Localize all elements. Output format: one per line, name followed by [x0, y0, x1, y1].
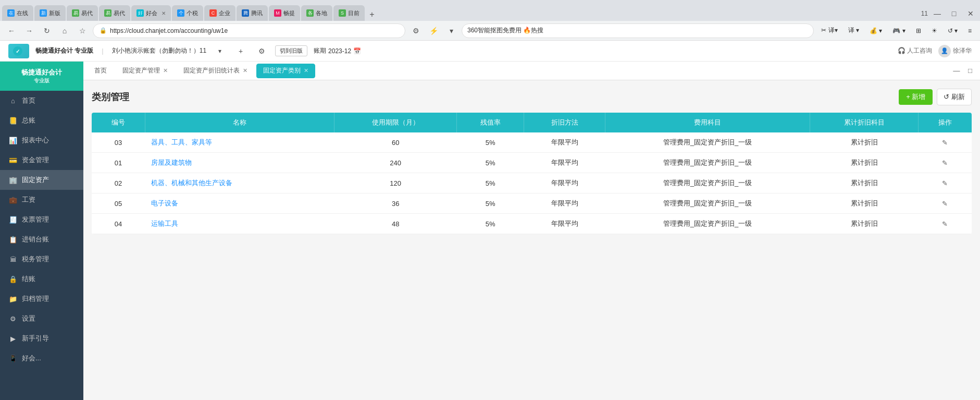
browser-tab-8[interactable]: M 畅提	[269, 5, 300, 21]
address-text: https://cloud.chanjet.com/accounting/uw1…	[110, 27, 228, 34]
browser-tab-2[interactable]: 易 易代	[67, 5, 98, 21]
sidebar-item-invoice[interactable]: 🧾 发票管理	[0, 210, 83, 229]
history-action[interactable]: ↺ ▾	[944, 23, 962, 38]
sidebar-label-close-account: 结账	[22, 274, 35, 284]
back-button[interactable]: ←	[4, 23, 19, 38]
browser-tab-10[interactable]: S 目前	[333, 5, 365, 21]
cell-rate-1: 5%	[456, 153, 524, 173]
sidebar-item-salary[interactable]: 💼 工资	[0, 190, 83, 210]
browser-tab-9[interactable]: 各 各地	[301, 5, 332, 21]
browser-tab-label-10: 目前	[348, 9, 359, 17]
svg-text:✓: ✓	[16, 49, 20, 54]
content-tab-3[interactable]: 固定资产类别 ✕	[256, 64, 315, 78]
tab-minimize-button[interactable]: —	[951, 65, 962, 77]
refresh-button[interactable]: ↺ 刷新	[937, 89, 972, 105]
cell-edit-0[interactable]: ✎	[919, 132, 972, 153]
sidebar-item-archive[interactable]: 📁 归档管理	[0, 289, 83, 309]
coin-action[interactable]: 💰 ▾	[865, 23, 886, 38]
edit-icon-4[interactable]: ✎	[942, 220, 948, 228]
sidebar-item-app[interactable]: 📱 好会...	[0, 348, 83, 368]
forward-button[interactable]: →	[22, 23, 36, 38]
page-title: 类别管理	[92, 91, 129, 103]
cell-name-1[interactable]: 房屋及建筑物	[145, 153, 334, 173]
sidebar-item-settings[interactable]: ⚙ 设置	[0, 309, 83, 329]
edit-icon-3[interactable]: ✎	[942, 200, 948, 208]
sidebar-item-home[interactable]: ⌂ 首页	[0, 91, 83, 111]
cell-name-0[interactable]: 器具、工具、家具等	[145, 132, 334, 153]
cell-name-2[interactable]: 机器、机械和其他生产设备	[145, 173, 334, 193]
switch-version-button[interactable]: 切到旧版	[275, 45, 307, 56]
sidebar-item-guide[interactable]: ▶ 新手引导	[0, 329, 83, 348]
edit-icon-0[interactable]: ✎	[942, 139, 948, 147]
browser-tab-5[interactable]: 个 个税	[172, 5, 203, 21]
sidebar-label-guide: 新手引导	[22, 334, 49, 343]
cell-name-4[interactable]: 运输工具	[145, 214, 334, 234]
sidebar-item-stock[interactable]: 📋 进销台账	[0, 229, 83, 249]
content-tab-0[interactable]: 首页	[88, 64, 114, 78]
company-settings-button[interactable]: ⚙	[254, 44, 269, 58]
sidebar-item-tax[interactable]: 🏛 税务管理	[0, 249, 83, 269]
close-account-icon: 🔒	[8, 274, 18, 284]
company-dropdown-button[interactable]: ▾	[213, 44, 227, 58]
table-row: 02 机器、机械和其他生产设备 120 5% 年限平均 管理费用_固定资产折旧_…	[92, 173, 972, 193]
translate-action[interactable]: 译 ▾	[844, 23, 863, 38]
content-tab-close-1[interactable]: ✕	[163, 67, 168, 74]
cell-edit-1[interactable]: ✎	[919, 153, 972, 173]
cell-rate-4: 5%	[456, 214, 524, 234]
user-info[interactable]: 👤 徐泽华	[938, 45, 972, 57]
home-button[interactable]: ⌂	[57, 23, 72, 38]
reload-button[interactable]: ↻	[40, 23, 54, 38]
close-browser-button[interactable]: ✕	[963, 6, 978, 21]
col-accum: 累计折旧科目	[810, 113, 919, 132]
content-tab-close-3[interactable]: ✕	[304, 67, 308, 74]
cell-edit-3[interactable]: ✎	[919, 193, 972, 214]
browser-tab-6[interactable]: C 企业	[204, 5, 235, 21]
grid-action[interactable]: ⊞	[912, 23, 925, 38]
cell-months-4: 48	[334, 214, 457, 234]
tab-icon-10: S	[339, 9, 346, 17]
salary-icon: 💼	[8, 195, 18, 204]
new-tab-button[interactable]: +	[366, 8, 378, 21]
bookmark-button[interactable]: ☆	[75, 23, 90, 38]
tab-icon-9: 各	[306, 9, 314, 17]
calendar-icon[interactable]: 📅	[353, 47, 361, 55]
content-tab-2[interactable]: 固定资产折旧统计表 ✕	[177, 64, 254, 78]
tab-maximize-button[interactable]: □	[964, 65, 976, 77]
lightning-icon[interactable]: ⚡	[426, 23, 441, 38]
add-category-button[interactable]: + 新增	[899, 89, 933, 105]
edit-icon-1[interactable]: ✎	[942, 159, 948, 167]
content-tab-label-2: 固定资产折旧统计表	[183, 66, 240, 75]
content-tab-1[interactable]: 固定资产管理 ✕	[116, 64, 175, 78]
content-tab-close-2[interactable]: ✕	[243, 67, 247, 74]
sidebar-label-salary: 工资	[22, 195, 35, 204]
cell-name-3[interactable]: 电子设备	[145, 193, 334, 214]
address-bar[interactable]: 🔒 https://cloud.chanjet.com/accounting/u…	[93, 23, 405, 38]
sidebar-item-asset[interactable]: 🏢 固定资产	[0, 170, 83, 190]
cut-action[interactable]: ✂ 译▾	[817, 23, 841, 38]
more-action[interactable]: ≡	[964, 23, 976, 38]
add-company-button[interactable]: +	[233, 44, 248, 58]
edit-icon-2[interactable]: ✎	[942, 179, 948, 187]
cell-accum-0: 累计折旧	[810, 132, 919, 153]
browser-tab-4[interactable]: 好 好会 ✕	[131, 5, 171, 21]
sidebar-item-ledger[interactable]: 📒 总账	[0, 111, 83, 130]
browser-search-bar[interactable]: 360智能抠图免费用 🔥热搜	[462, 23, 814, 38]
sidebar-item-report[interactable]: 📊 报表中心	[0, 130, 83, 150]
minimize-button[interactable]: —	[930, 6, 945, 21]
cell-edit-4[interactable]: ✎	[919, 214, 972, 234]
browser-tab-0[interactable]: 在 在线	[2, 5, 33, 21]
tab-close-4[interactable]: ✕	[162, 10, 166, 16]
cell-edit-2[interactable]: ✎	[919, 173, 972, 193]
sun-action[interactable]: ☀	[927, 23, 941, 38]
ai-consult[interactable]: 🎧 人工咨询	[898, 46, 932, 55]
game-action[interactable]: 🎮 ▾	[888, 23, 909, 38]
cell-expense-3: 管理费用_固定资产折旧_一级	[605, 193, 810, 214]
settings-icon[interactable]: ⚙	[408, 23, 423, 38]
dropdown-button[interactable]: ▾	[444, 23, 458, 38]
browser-tab-3[interactable]: 易 易代	[99, 5, 130, 21]
sidebar-item-money[interactable]: 💳 资金管理	[0, 150, 83, 170]
browser-tab-7[interactable]: 腾 腾讯	[237, 5, 268, 21]
maximize-button[interactable]: □	[947, 6, 961, 21]
sidebar-item-close-account[interactable]: 🔒 结账	[0, 269, 83, 289]
browser-tab-1[interactable]: 新 新版	[34, 5, 66, 21]
